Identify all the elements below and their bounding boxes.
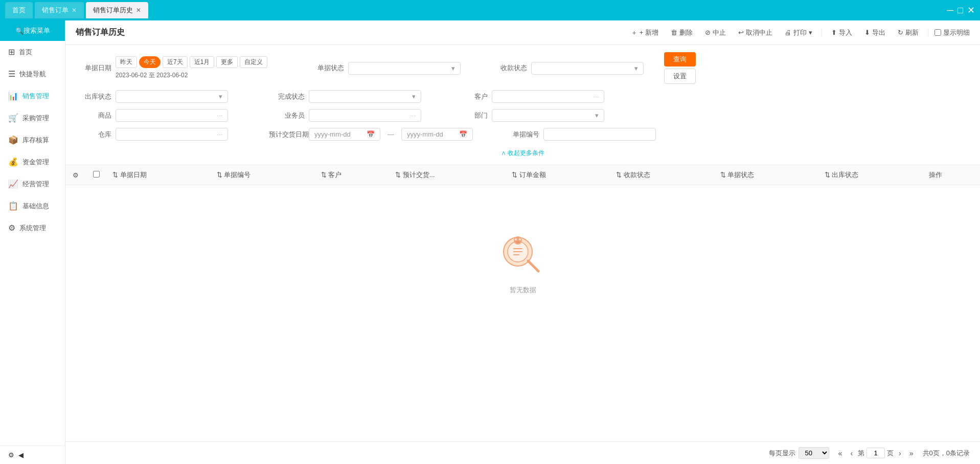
- sidebar-search-menu[interactable]: 🔍 搜索菜单: [0, 20, 65, 41]
- plus-icon: ＋: [631, 28, 637, 37]
- maximize-icon[interactable]: □: [958, 5, 963, 16]
- payment-status-select[interactable]: ▾: [531, 62, 644, 75]
- filter-delivery-date-item: 预计交货日期 yyyy-mm-dd 📅 — yyyy-mm-dd 📅: [269, 128, 473, 141]
- window-close-icon[interactable]: ✕: [967, 5, 975, 16]
- toolbar-divider2: [928, 29, 928, 37]
- top-bar: 首页 销售订单 ✕ 销售订单历史 ✕ ─ □ ✕: [0, 0, 980, 20]
- sidebar-item-base-info-label: 基础信息: [22, 202, 49, 211]
- toolbar-stop-btn[interactable]: ⊘ 中止: [702, 26, 729, 39]
- sidebar-item-inventory[interactable]: 📦 库存核算: [0, 129, 65, 151]
- tab-home[interactable]: 首页: [5, 2, 33, 18]
- sidebar-item-system[interactable]: ⚙ 系统管理: [0, 217, 65, 239]
- th-customer[interactable]: ⇅ 客户: [315, 165, 389, 185]
- tab-sales-order-close[interactable]: ✕: [72, 7, 77, 14]
- empty-illustration: [497, 226, 549, 277]
- customer-input[interactable]: ···: [492, 90, 604, 103]
- delivery-date-end[interactable]: yyyy-mm-dd 📅: [401, 128, 473, 141]
- th-out-status[interactable]: ⇅ 出库状态: [818, 165, 923, 185]
- salesperson-input[interactable]: ···: [309, 109, 421, 122]
- bill-status-label: 单据状态: [308, 63, 344, 73]
- stop-icon: ⊘: [705, 29, 711, 36]
- sidebar-item-home[interactable]: ⊞ 首页: [0, 41, 65, 63]
- salesperson-dots: ···: [410, 112, 416, 119]
- sidebar-item-sales-mgmt[interactable]: 📊 销售管理: [0, 85, 65, 107]
- collapse-label: ∧ 收起更多条件: [501, 149, 544, 157]
- filter-area: 单据日期 昨天 今天 近7天 近1月 更多 自定义 2023-06-02 至 2…: [65, 45, 980, 165]
- sidebar-item-finance[interactable]: 💰 资金管理: [0, 151, 65, 173]
- sidebar-item-sales-label: 销售管理: [22, 92, 49, 101]
- toolbar-print-btn[interactable]: 🖨 打印 ▾: [782, 26, 815, 39]
- content-area: 销售订单历史 ＋ + 新增 🗑 删除 ⊘ 中止 ↩ 取消中止: [65, 20, 980, 464]
- settings-button[interactable]: 设置: [664, 69, 696, 84]
- tab-sales-order[interactable]: 销售订单 ✕: [35, 2, 84, 18]
- sidebar-item-quick-nav[interactable]: ☰ 快捷导航: [0, 63, 65, 85]
- minimize-icon[interactable]: ─: [947, 5, 953, 16]
- bill-status-select[interactable]: ▾: [348, 62, 461, 75]
- th-payment-status[interactable]: ⇅ 收款状态: [610, 165, 714, 185]
- bill-no-input[interactable]: [543, 128, 656, 141]
- date-btn-1month[interactable]: 近1月: [190, 56, 215, 68]
- department-select[interactable]: ▾: [492, 109, 604, 122]
- date-btn-7days[interactable]: 近7天: [163, 56, 188, 68]
- show-detail-wrap[interactable]: 显示明细: [935, 28, 970, 37]
- import-icon: ⬆: [831, 29, 837, 36]
- done-status-select[interactable]: ▾: [309, 90, 421, 103]
- date-btn-today[interactable]: 今天: [139, 56, 161, 68]
- toolbar-divider1: [822, 29, 822, 37]
- goods-input[interactable]: ···: [116, 109, 228, 122]
- toolbar-delete-label: 删除: [679, 28, 693, 37]
- warehouse-input[interactable]: ···: [116, 128, 228, 141]
- out-status-select[interactable]: ▾: [116, 90, 228, 103]
- collapse-bar[interactable]: ∧ 收起更多条件: [76, 147, 970, 158]
- calendar-start-icon: 📅: [367, 130, 375, 138]
- delivery-date-start-value: yyyy-mm-dd: [314, 130, 351, 138]
- select-all-checkbox[interactable]: [93, 171, 100, 178]
- page-suffix: 页: [887, 449, 894, 458]
- sidebar-item-finance-label: 资金管理: [22, 158, 49, 167]
- th-bill-status[interactable]: ⇅ 单据状态: [714, 165, 818, 185]
- filter-warehouse-item: 仓库 ···: [76, 128, 228, 141]
- finance-icon: 💰: [8, 157, 18, 167]
- prev-page-btn[interactable]: ‹: [847, 448, 856, 458]
- sidebar-collapse-icon[interactable]: ◀: [18, 451, 24, 459]
- filter-done-status-item: 完成状态 ▾: [269, 90, 421, 103]
- per-page-group: 每页显示 10 20 50 100: [769, 447, 829, 459]
- date-btn-more[interactable]: 更多: [216, 56, 238, 68]
- sidebar-item-base-info[interactable]: 📋 基础信息: [0, 195, 65, 217]
- show-detail-checkbox[interactable]: [935, 29, 941, 36]
- toolbar-import-btn[interactable]: ⬆ 导入: [828, 26, 855, 39]
- sidebar-item-purchase-mgmt[interactable]: 🛒 采购管理: [0, 107, 65, 129]
- tab-sales-order-history-close[interactable]: ✕: [136, 7, 141, 14]
- sidebar-settings-icon[interactable]: ⚙: [8, 451, 14, 459]
- th-delivery-date[interactable]: ⇅ 预计交货...: [389, 165, 506, 185]
- th-bill-no[interactable]: ⇅ 单据编号: [211, 165, 315, 185]
- tab-sales-order-history[interactable]: 销售订单历史 ✕: [86, 2, 148, 18]
- toolbar-export-btn[interactable]: ⬇ 导出: [861, 26, 888, 39]
- th-order-amount[interactable]: ⇅ 订单金额: [506, 165, 610, 185]
- last-page-btn[interactable]: »: [906, 448, 917, 458]
- toolbar-new-btn[interactable]: ＋ + 新增: [628, 26, 662, 39]
- th-bill-date[interactable]: ⇅ 单据日期: [106, 165, 211, 185]
- th-checkbox[interactable]: [86, 165, 106, 185]
- date-btn-yesterday[interactable]: 昨天: [116, 56, 137, 68]
- th-settings[interactable]: ⚙: [65, 165, 86, 185]
- toolbar-delete-btn[interactable]: 🗑 删除: [668, 26, 696, 39]
- toolbar-refresh-btn[interactable]: ↻ 刷新: [895, 26, 922, 39]
- date-filter-label: 单据日期: [76, 63, 111, 73]
- page-number-input[interactable]: [867, 448, 885, 458]
- toolbar-cancel-stop-btn[interactable]: ↩ 取消中止: [735, 26, 776, 39]
- per-page-label: 每页显示: [769, 449, 795, 458]
- query-button[interactable]: 查询: [664, 52, 696, 67]
- date-btn-custom[interactable]: 自定义: [240, 56, 267, 68]
- per-page-select[interactable]: 10 20 50 100: [799, 447, 829, 459]
- first-page-btn[interactable]: «: [835, 448, 846, 458]
- customer-dots: ···: [593, 93, 599, 100]
- bill-status-arrow: ▾: [451, 64, 455, 72]
- next-page-btn[interactable]: ›: [896, 448, 904, 458]
- filter-row-4: 仓库 ··· 预计交货日期 yyyy-mm-dd 📅 — yyyy-mm-dd …: [76, 128, 970, 141]
- pagination-group: « ‹ 第 页 › »: [835, 448, 917, 458]
- sidebar-item-operations[interactable]: 📈 经营管理: [0, 173, 65, 195]
- sort-icon: ⇅: [217, 171, 222, 179]
- svg-point-6: [514, 236, 522, 245]
- delivery-date-start[interactable]: yyyy-mm-dd 📅: [309, 128, 380, 141]
